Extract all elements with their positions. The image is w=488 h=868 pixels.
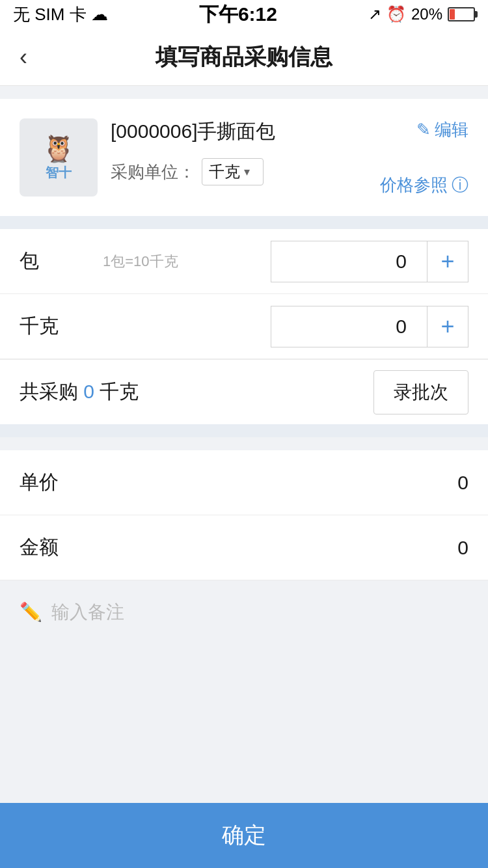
notes-placeholder: 输入备注	[51, 600, 124, 625]
notes-section[interactable]: ✏️ 输入备注	[0, 580, 488, 802]
price-ref-button[interactable]: 价格参照 ⓘ	[380, 174, 468, 197]
unit-price-label: 单价	[20, 469, 59, 496]
unit-select[interactable]: 千克 ▾	[202, 158, 264, 185]
nav-bar: ‹ 填写商品采购信息	[0, 29, 488, 86]
kg-quantity-input[interactable]	[271, 306, 427, 347]
kg-plus-button[interactable]: +	[427, 306, 468, 347]
summary-text: 共采购 0 千克	[20, 379, 139, 405]
section-divider-1	[0, 216, 488, 229]
bao-input-right: +	[271, 241, 468, 282]
brand-text: 智十	[46, 164, 72, 182]
quantity-section: 包 1包=10千克 + 千克 +	[0, 229, 488, 359]
summary-unit: 千克	[100, 381, 139, 402]
unit-price-row: 单价 0	[0, 450, 488, 515]
pencil-icon: ✏️	[20, 601, 42, 623]
price-ref-label: 价格参照	[380, 174, 448, 197]
battery-icon	[448, 7, 475, 21]
location-icon: ↗	[368, 5, 381, 23]
bao-label: 包	[20, 248, 98, 275]
amount-row: 金额 0	[0, 515, 488, 580]
confirm-button[interactable]: 确定	[0, 803, 488, 868]
edit-button[interactable]: ✎ 编辑	[416, 118, 468, 141]
alarm-icon: ⏰	[386, 5, 406, 23]
summary-row: 共采购 0 千克 录批次	[0, 359, 488, 424]
back-button[interactable]: ‹	[20, 44, 27, 71]
status-bar: 无 SIM 卡 ☁ 下午6:12 ↗ ⏰ 20%	[0, 0, 488, 29]
unit-price-value: 0	[457, 472, 468, 494]
product-card: 🦉 智十 [0000006]手撕面包 采购单位： 千克 ▾ ✎ 编辑 价格参照 …	[0, 99, 488, 216]
product-name: [0000006]手撕面包	[111, 118, 468, 145]
unit-label: 采购单位：	[111, 161, 195, 183]
amount-value: 0	[457, 537, 468, 559]
product-image: 🦉 智十	[20, 118, 98, 197]
sim-status: 无 SIM 卡 ☁	[13, 3, 108, 26]
product-icon: 🦉	[42, 133, 75, 164]
kg-label: 千克	[20, 313, 98, 340]
status-left: 无 SIM 卡 ☁	[13, 3, 108, 26]
unit-dropdown-arrow: ▾	[244, 165, 250, 179]
bao-input-row: 包 1包=10千克 +	[0, 229, 488, 294]
kg-input-row: 千克 +	[0, 294, 488, 359]
price-section: 单价 0 金额 0	[0, 450, 488, 580]
page-title: 填写商品采购信息	[156, 42, 332, 72]
amount-label: 金额	[20, 534, 59, 561]
status-time: 下午6:12	[199, 1, 277, 28]
summary-value: 0	[83, 381, 100, 402]
price-ref-icon: ⓘ	[452, 174, 468, 197]
status-right: ↗ ⏰ 20%	[368, 5, 475, 23]
edit-label: 编辑	[435, 118, 468, 141]
battery-percent: 20%	[411, 5, 442, 23]
summary-prefix: 共采购	[20, 381, 78, 402]
unit-value: 千克	[209, 161, 240, 182]
bao-plus-button[interactable]: +	[427, 241, 468, 282]
bao-sublabel: 1包=10千克	[103, 252, 178, 271]
kg-input-right: +	[271, 306, 468, 347]
bao-quantity-input[interactable]	[271, 241, 427, 282]
batch-button[interactable]: 录批次	[373, 370, 468, 414]
section-divider-2	[0, 424, 488, 437]
edit-icon: ✎	[416, 120, 431, 140]
